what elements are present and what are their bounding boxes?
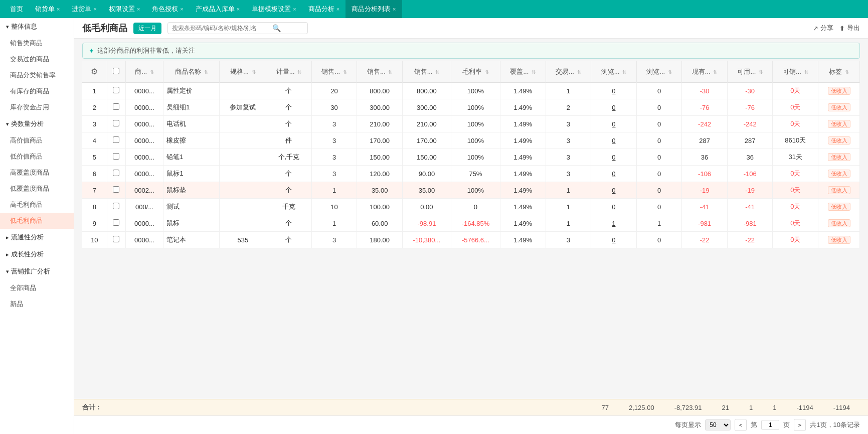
browse1-link[interactable]: 0 — [612, 87, 615, 95]
sidebar-item-all-products[interactable]: 全部商品 — [0, 280, 74, 296]
nav-product-analysis[interactable]: 商品分析 × — [302, 0, 345, 18]
row-checkbox[interactable] — [107, 199, 125, 215]
close-icon[interactable]: × — [57, 6, 60, 12]
row-select-checkbox[interactable] — [113, 153, 119, 160]
table-container[interactable]: ⚙ 商... ⇅ 商品名称 ⇅ — [82, 61, 860, 399]
nav-product-analysis-list[interactable]: 商品分析列表 × — [345, 0, 402, 18]
sidebar-group-growth[interactable]: ▸ 成长性分析 — [0, 246, 74, 263]
sidebar-item-traded-products[interactable]: 交易过的商品 — [0, 51, 74, 67]
row-select-checkbox[interactable] — [113, 186, 119, 193]
sort-icon[interactable]: ⇅ — [343, 69, 347, 75]
page-number-input[interactable] — [761, 420, 779, 430]
row-browse1[interactable]: 0 — [591, 149, 637, 166]
nav-finished-goods[interactable]: 产成品入库单 × — [190, 0, 246, 18]
close-icon[interactable]: × — [393, 6, 396, 12]
sort-icon[interactable]: ⇅ — [713, 69, 717, 75]
row-browse1[interactable]: 0 — [591, 83, 637, 99]
row-checkbox[interactable] — [107, 166, 125, 182]
browse1-link[interactable]: 0 — [612, 137, 615, 144]
column-settings-button[interactable]: ⚙ — [89, 65, 100, 78]
sidebar-item-new-products[interactable]: 新品 — [0, 296, 74, 312]
row-name[interactable]: 鼠标 — [163, 215, 220, 232]
close-icon[interactable]: × — [336, 6, 339, 12]
next-page-button[interactable]: ＞ — [794, 419, 806, 431]
row-name[interactable]: 电话机 — [163, 116, 220, 132]
row-checkbox[interactable] — [107, 132, 125, 149]
row-browse1[interactable]: 0 — [591, 182, 637, 199]
sidebar-item-high-coverage[interactable]: 高覆盖度商品 — [0, 165, 74, 181]
browse1-link[interactable]: 0 — [612, 187, 615, 194]
row-name[interactable]: 笔记本 — [163, 232, 220, 248]
sidebar-group-quantity-analysis[interactable]: ▾ 类数量分析 — [0, 115, 74, 132]
share-button[interactable]: ↗ 分享 — [813, 24, 833, 33]
row-checkbox[interactable] — [107, 215, 125, 232]
prev-page-button[interactable]: ＜ — [735, 419, 747, 431]
sidebar-item-stock-capital[interactable]: 库存资金占用 — [0, 99, 74, 115]
row-checkbox[interactable] — [107, 149, 125, 166]
row-name[interactable]: 吴细细1 — [163, 99, 220, 116]
row-checkbox[interactable] — [107, 116, 125, 132]
sort-icon[interactable]: ⇅ — [622, 69, 626, 75]
row-name[interactable]: 测试 — [163, 199, 220, 215]
sort-icon[interactable]: ⇅ — [668, 69, 672, 75]
sidebar-item-low-margin[interactable]: 低毛利商品 — [0, 213, 74, 229]
col-settings[interactable]: ⚙ — [82, 61, 107, 83]
close-icon[interactable]: × — [137, 6, 140, 12]
row-browse1[interactable]: 0 — [591, 199, 637, 215]
row-select-checkbox[interactable] — [113, 103, 119, 110]
sort-icon[interactable]: ⇅ — [388, 69, 392, 75]
page-size-select[interactable]: 50 20 100 — [705, 419, 731, 430]
browse1-link[interactable]: 0 — [612, 170, 615, 178]
close-icon[interactable]: × — [93, 6, 96, 12]
row-checkbox[interactable] — [107, 232, 125, 248]
row-browse1[interactable]: 0 — [591, 99, 637, 116]
row-browse1[interactable]: 0 — [591, 116, 637, 132]
row-checkbox[interactable] — [107, 182, 125, 199]
row-name[interactable]: 铅笔1 — [163, 149, 220, 166]
sidebar-item-category-sales-rate[interactable]: 商品分类销售率 — [0, 67, 74, 83]
browse1-link[interactable]: 1 — [612, 220, 615, 227]
export-button[interactable]: ⬆ 导出 — [839, 24, 860, 33]
sort-icon[interactable]: ⇅ — [204, 69, 208, 75]
row-checkbox[interactable] — [107, 83, 125, 99]
col-checkbox[interactable] — [107, 61, 125, 83]
row-name[interactable]: 橡皮擦 — [163, 132, 220, 149]
sidebar-item-high-margin[interactable]: 高毛利商品 — [0, 197, 74, 213]
browse1-link[interactable]: 0 — [612, 236, 615, 244]
sort-icon[interactable]: ⇅ — [759, 69, 763, 75]
row-name[interactable]: 属性定价 — [163, 83, 220, 99]
nav-sales-order[interactable]: 销货单 × — [29, 0, 66, 18]
sort-icon[interactable]: ⇅ — [485, 69, 489, 75]
sidebar-group-overall[interactable]: ▾ 整体信息 — [0, 18, 74, 35]
select-all-checkbox[interactable] — [113, 68, 119, 74]
sidebar-item-sales-products[interactable]: 销售类商品 — [0, 35, 74, 51]
sort-icon[interactable]: ⇅ — [577, 69, 581, 75]
sidebar-group-marketing[interactable]: ▾ 营销推广分析 — [0, 263, 74, 280]
sort-icon[interactable]: ⇅ — [252, 69, 256, 75]
row-name[interactable]: 鼠标1 — [163, 166, 220, 182]
sort-icon[interactable]: ⇅ — [150, 69, 154, 75]
row-select-checkbox[interactable] — [113, 87, 119, 93]
row-select-checkbox[interactable] — [113, 136, 119, 143]
row-select-checkbox[interactable] — [113, 219, 119, 226]
sort-icon[interactable]: ⇅ — [532, 69, 536, 75]
sort-icon[interactable]: ⇅ — [435, 69, 439, 75]
row-select-checkbox[interactable] — [113, 203, 119, 209]
sort-icon[interactable]: ⇅ — [845, 69, 849, 75]
nav-purchase-order[interactable]: 进货单 × — [66, 0, 102, 18]
sort-icon[interactable]: ⇅ — [297, 69, 301, 75]
browse1-link[interactable]: 0 — [612, 120, 615, 128]
row-browse1[interactable]: 0 — [591, 166, 637, 182]
close-icon[interactable]: × — [237, 6, 240, 12]
sidebar-item-high-value[interactable]: 高价值商品 — [0, 132, 74, 149]
row-browse1[interactable]: 1 — [591, 215, 637, 232]
browse1-link[interactable]: 0 — [612, 154, 615, 161]
close-icon[interactable]: × — [180, 6, 183, 12]
row-browse1[interactable]: 0 — [591, 232, 637, 248]
row-select-checkbox[interactable] — [113, 170, 119, 176]
browse1-link[interactable]: 0 — [612, 104, 615, 111]
row-checkbox[interactable] — [107, 99, 125, 116]
date-filter-button[interactable]: 近一月 — [133, 23, 161, 34]
nav-template-settings[interactable]: 单据模板设置 × — [246, 0, 302, 18]
search-input[interactable] — [172, 25, 272, 32]
